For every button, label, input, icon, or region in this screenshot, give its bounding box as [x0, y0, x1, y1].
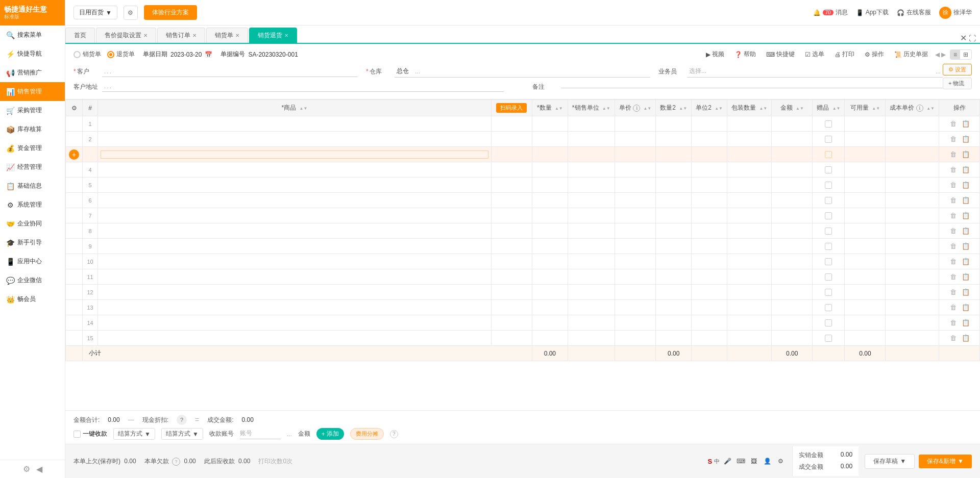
- settings-button[interactable]: ⚙: [124, 6, 138, 20]
- tab-home[interactable]: 首页: [65, 28, 95, 43]
- sidebar-item-enterprise[interactable]: 🤝 企业协同: [0, 214, 65, 233]
- table-container[interactable]: ⚙ # *商品 ▲▼ 扫码录入 *数量: [65, 99, 980, 410]
- split-help-button[interactable]: ?: [390, 430, 398, 438]
- delete-row-icon[interactable]: 🗑: [948, 226, 959, 236]
- copy-row-icon[interactable]: 📋: [961, 134, 971, 144]
- close-icon[interactable]: ✕: [284, 33, 288, 38]
- online-service-button[interactable]: 🎧 在线客服: [897, 8, 931, 17]
- shortcut-button[interactable]: ⌨ 快捷键: [763, 49, 798, 60]
- delete-row-icon[interactable]: 🗑: [948, 195, 959, 206]
- add-row-button[interactable]: +: [69, 149, 79, 160]
- delete-row-icon[interactable]: 🗑: [948, 333, 959, 343]
- tab-sales-invoice[interactable]: 销货单 ✕: [206, 28, 248, 43]
- copy-row-icon[interactable]: 📋: [961, 195, 971, 206]
- collapse-icon[interactable]: ◀: [36, 464, 42, 474]
- close-icon[interactable]: ✕: [235, 33, 239, 38]
- sidebar-item-guide[interactable]: 🎓 新手引导: [0, 233, 65, 252]
- app-download-button[interactable]: 📱 App下载: [856, 8, 889, 17]
- salesperson-input[interactable]: 选择... ...: [687, 66, 943, 78]
- delete-row-icon[interactable]: 🗑: [948, 211, 959, 221]
- copy-row-icon[interactable]: 📋: [961, 180, 971, 190]
- sidebar-item-purchase[interactable]: 🛒 采购管理: [0, 101, 65, 120]
- settings-btn[interactable]: ⚙ 设置: [943, 64, 972, 76]
- calc-method-dropdown[interactable]: 结算方式 ▼: [113, 428, 155, 440]
- sort-icon[interactable]: ▲▼: [759, 106, 767, 111]
- sort-icon[interactable]: ▲▼: [555, 106, 563, 111]
- close-icon[interactable]: ✕: [143, 33, 148, 38]
- delete-row-icon[interactable]: 🗑: [948, 180, 959, 190]
- sidebar-item-member[interactable]: 👑 畅会员: [0, 290, 65, 309]
- copy-row-icon[interactable]: 📋: [961, 165, 971, 175]
- delete-row-icon[interactable]: 🗑: [948, 303, 959, 313]
- tab-sales-order[interactable]: 销售订单 ✕: [157, 28, 205, 43]
- help-button[interactable]: ❓ 帮助: [731, 49, 759, 60]
- sidebar-item-quick-nav[interactable]: ⚡ 快捷导航: [0, 44, 65, 63]
- save-draft-button[interactable]: 保存草稿 ▼: [865, 454, 915, 469]
- summary-method-dropdown[interactable]: 结算方式 ▼: [161, 428, 203, 440]
- product-input[interactable]: [101, 151, 488, 158]
- delete-row-icon[interactable]: 🗑: [948, 149, 959, 160]
- prev-record-icon[interactable]: ◀: [935, 51, 940, 58]
- calendar-icon[interactable]: 📅: [205, 51, 212, 58]
- scan-button[interactable]: 扫码录入: [496, 103, 527, 113]
- price-cell[interactable]: [615, 116, 656, 132]
- close-icon[interactable]: ✕: [192, 33, 197, 38]
- keyboard-icon[interactable]: ⌨: [735, 456, 746, 467]
- grid-view-btn[interactable]: ≡: [950, 50, 960, 59]
- copy-row-icon[interactable]: 📋: [961, 303, 971, 313]
- copy-row-icon[interactable]: 📋: [961, 226, 971, 236]
- settings2-icon[interactable]: ⚙: [775, 456, 786, 467]
- info-icon[interactable]: ℹ: [633, 105, 640, 112]
- sidebar-item-sales[interactable]: 📊 销售管理: [0, 82, 65, 101]
- unit-cell[interactable]: [568, 116, 615, 132]
- copy-row-icon[interactable]: 📋: [961, 287, 971, 297]
- maximize-tab-button[interactable]: ⛶: [969, 34, 976, 42]
- sidebar-item-apps[interactable]: 📱 应用中心: [0, 252, 65, 271]
- customer-input[interactable]: ...: [102, 67, 358, 77]
- amount-cell[interactable]: [772, 116, 813, 132]
- sidebar-item-operations[interactable]: 📈 经营管理: [0, 158, 65, 177]
- delete-row-icon[interactable]: 🗑: [948, 241, 959, 251]
- delete-row-icon[interactable]: 🗑: [948, 287, 959, 297]
- sort-icon[interactable]: ▲▼: [715, 106, 723, 111]
- sort-icon[interactable]: ▲▼: [796, 106, 804, 111]
- sort-icon[interactable]: ▲▼: [300, 106, 308, 111]
- logistics-btn[interactable]: + 物流: [943, 78, 972, 89]
- add-button[interactable]: + 添加: [316, 428, 344, 440]
- tab-price-extract[interactable]: 售价提取设置 ✕: [96, 28, 156, 43]
- delete-row-icon[interactable]: 🗑: [948, 272, 959, 282]
- mic-icon[interactable]: 🎤: [722, 456, 733, 467]
- notification-button[interactable]: 🔔 70 消息: [813, 8, 848, 17]
- copy-row-icon[interactable]: 📋: [961, 257, 971, 267]
- copy-row-icon[interactable]: 📋: [961, 318, 971, 328]
- operation-button[interactable]: ⚙ 操作: [862, 49, 887, 60]
- settings-icon[interactable]: ⚙: [23, 464, 30, 474]
- delete-row-icon[interactable]: 🗑: [948, 134, 959, 144]
- person-icon[interactable]: 👤: [762, 456, 773, 467]
- print-button[interactable]: 🖨 打印: [831, 49, 857, 60]
- copy-row-icon[interactable]: 📋: [961, 149, 971, 160]
- sidebar-item-wechat[interactable]: 💬 企业微信: [0, 271, 65, 290]
- delete-row-icon[interactable]: 🗑: [948, 257, 959, 267]
- experience-button[interactable]: 体验行业方案: [144, 5, 197, 20]
- address-input[interactable]: ...: [102, 82, 504, 92]
- list-view-btn[interactable]: ⊞: [960, 50, 971, 59]
- img-icon[interactable]: 🖼: [748, 456, 760, 467]
- sort-icon[interactable]: ▲▼: [643, 106, 651, 111]
- onepay-checkbox[interactable]: 一键收款: [74, 430, 107, 438]
- info-icon[interactable]: ℹ: [916, 105, 923, 112]
- col-gear[interactable]: ⚙: [66, 100, 83, 116]
- qty-cell[interactable]: [532, 116, 568, 132]
- video-button[interactable]: ▶ 视频: [703, 49, 727, 60]
- cost-cell[interactable]: [886, 116, 939, 132]
- close-tab-button[interactable]: ✕: [960, 33, 967, 43]
- copy-row-icon[interactable]: 📋: [961, 272, 971, 282]
- account-input[interactable]: 账号: [240, 429, 281, 439]
- copy-row-icon[interactable]: 📋: [961, 333, 971, 343]
- delete-row-icon[interactable]: 🗑: [948, 318, 959, 328]
- pkg-qty-cell[interactable]: [727, 116, 772, 132]
- tab-sales-return[interactable]: 销货退货 ✕: [249, 28, 297, 43]
- sort-icon[interactable]: ▲▼: [872, 106, 880, 111]
- note-input[interactable]: [561, 85, 942, 88]
- sidebar-item-inventory[interactable]: 📦 库存核算: [0, 120, 65, 139]
